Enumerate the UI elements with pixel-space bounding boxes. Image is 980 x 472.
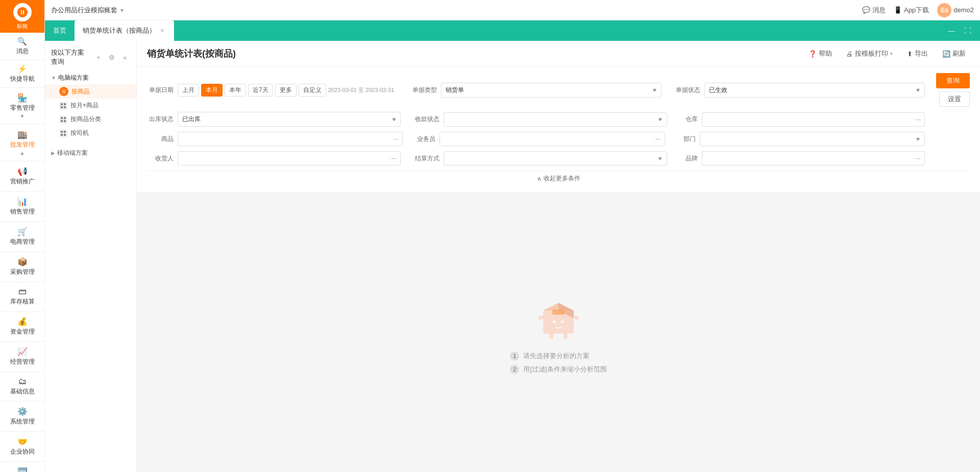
svg-point-17 <box>561 320 564 323</box>
doc-type-label: 单据类型 <box>402 86 437 95</box>
tab-home[interactable]: 首页 <box>45 20 75 41</box>
salesperson-input[interactable]: ··· <box>439 132 665 146</box>
action-buttons: 查询 设置 <box>929 73 970 107</box>
sidebar-item-wholesale[interactable]: 🏬 批发管理 ▲ <box>0 125 44 161</box>
empty-tip-1-text: 请先选择要分析的方案 <box>523 351 590 361</box>
payment-method-select[interactable]: ▼ <box>444 151 667 166</box>
scheme-icon-product: 按 <box>59 87 68 96</box>
title-dropdown-icon[interactable]: ▾ <box>120 7 124 14</box>
date-week-btn[interactable]: 近7天 <box>248 84 273 97</box>
system-label: 系统管理 <box>10 417 35 426</box>
sidebar-item-retail[interactable]: 🏪 零售管理 ▼ <box>0 88 44 125</box>
sidebar-item-sales[interactable]: 📊 销售管理 <box>0 192 44 222</box>
tab-home-label: 首页 <box>53 26 66 35</box>
doc-status-select[interactable]: 已生效 ▼ <box>704 83 925 98</box>
mobile-scheme-group: ▶ 移动端方案 <box>45 144 136 162</box>
finance-icon: 💰 <box>17 317 28 326</box>
finance-label: 资金管理 <box>10 327 35 336</box>
sidebar-shortcut[interactable]: ⚡ 快捷导航 <box>0 60 44 88</box>
sidebar-item-operation[interactable]: 📈 经营管理 <box>0 342 44 372</box>
svg-rect-2 <box>61 106 63 108</box>
sidebar-item-finance[interactable]: 💰 资金管理 <box>0 312 44 342</box>
scheme-item-by-month[interactable]: 按月+商品 <box>45 99 136 112</box>
collapse-label: 收起更多条件 <box>544 174 580 183</box>
sidebar-item-inventory[interactable]: 🗃 库存核算 <box>0 282 44 312</box>
doc-type-select[interactable]: 销货单 ▼ <box>441 83 662 98</box>
export-label: 导出 <box>915 49 928 58</box>
ecommerce-icon: 🛒 <box>17 227 28 237</box>
svg-rect-15 <box>552 310 565 315</box>
product-dots: ··· <box>391 135 398 143</box>
sidebar-item-system[interactable]: ⚙️ 系统管理 <box>0 402 44 432</box>
print-icon: 🖨 <box>846 50 853 58</box>
print-btn[interactable]: 🖨 按模板打印 ▾ <box>842 47 897 60</box>
sidebar-item-purchase[interactable]: 📦 采购管理 <box>0 252 44 282</box>
user-info[interactable]: Ea demo2 <box>937 3 974 17</box>
dept-arrow: ▼ <box>915 136 920 142</box>
collapse-panel-btn[interactable]: « <box>120 52 130 62</box>
brand-input[interactable]: ··· <box>702 151 925 166</box>
tab-close-icon[interactable]: × <box>159 27 166 34</box>
desktop-group-title[interactable]: ▼ 电脑端方案 <box>45 72 136 84</box>
sidebar-item-basics[interactable]: 🗂 基础信息 <box>0 372 44 402</box>
date-range-text: 2023-03-01 至 2023-03-31 <box>328 86 395 94</box>
export-btn[interactable]: ⬆ 导出 <box>903 47 932 60</box>
scheme-item-by-product[interactable]: 按 按商品 <box>45 84 136 99</box>
scheme-label-category: 按商品分类 <box>70 115 101 124</box>
date-more-btn[interactable]: 更多 <box>275 84 297 97</box>
tabbar-actions: — ⛶ <box>945 25 980 37</box>
scheme-item-by-sku[interactable]: 按司机 <box>45 126 136 140</box>
sidebar-item-newuser[interactable]: 🆕 新手引导 <box>0 462 44 472</box>
date-custom-btn[interactable]: 自定义 <box>299 84 326 97</box>
sidebar-item-ecommerce[interactable]: 🛒 电商管理 <box>0 222 44 252</box>
sidebar-item-enterprise[interactable]: 🤝 企业协同 <box>0 432 44 462</box>
page-header: 销货单统计表(按商品) ❓ 帮助 🖨 按模板打印 ▾ ⬆ <box>137 41 980 67</box>
scheme-item-by-category[interactable]: 按商品分类 <box>45 112 136 126</box>
app-download-btn[interactable]: 📱 App下载 <box>894 6 929 15</box>
collapse-btn[interactable]: ∧ 收起更多条件 <box>147 171 970 186</box>
query-button[interactable]: 查询 <box>936 73 970 88</box>
tab-maximize-btn[interactable]: ⛶ <box>962 25 974 37</box>
retail-arrow: ▼ <box>20 113 25 119</box>
sales-label: 销售管理 <box>10 207 35 216</box>
product-input[interactable]: ··· <box>178 132 403 146</box>
enterprise-icon: 🤝 <box>17 437 28 446</box>
refresh-btn[interactable]: 🔄 刷新 <box>938 47 970 60</box>
date-curr-btn[interactable]: 本月 <box>201 84 223 97</box>
warehouse-input[interactable]: ··· <box>702 112 925 127</box>
empty-tip-2: 2 用[过滤]条件来缩小分析范围 <box>510 365 606 374</box>
sidebar-item-marketing[interactable]: 📢 营销推广 <box>0 161 44 192</box>
pay-status-select[interactable]: ▼ <box>444 112 667 127</box>
logo-text: 标账 <box>17 22 28 30</box>
warehouse-label: 仓库 <box>671 115 698 124</box>
print-label: 按模板打印 <box>855 49 888 58</box>
retail-icon: 🏪 <box>17 93 28 103</box>
date-year-btn[interactable]: 本年 <box>225 84 246 97</box>
pay-status-label: 收款状态 <box>405 115 439 124</box>
add-scheme-btn[interactable]: + <box>93 52 104 62</box>
tab-active[interactable]: 销货单统计表（按商品） × <box>75 20 174 41</box>
warehouse-wrapper: ··· <box>702 112 925 127</box>
svg-rect-1 <box>64 103 66 105</box>
tip-number-2: 2 <box>510 365 519 374</box>
scheme-icon-category <box>59 115 67 124</box>
svg-rect-10 <box>61 134 63 136</box>
message-btn[interactable]: 💬 消息 <box>862 6 886 15</box>
dept-select[interactable]: ▼ <box>700 132 925 146</box>
mobile-group-title[interactable]: ▶ 移动端方案 <box>45 146 136 160</box>
receiver-dots: ··· <box>389 155 396 162</box>
sidebar-search[interactable]: 🔍 消息 <box>0 33 44 60</box>
date-prev-btn[interactable]: 上月 <box>178 84 199 97</box>
settings-button[interactable]: 设置 <box>939 91 970 107</box>
company-title: 办公用品行业模拟账套 <box>51 6 117 15</box>
scheme-label-month: 按月+商品 <box>70 101 99 110</box>
topbar-right: 💬 消息 📱 App下载 Ea demo2 <box>862 3 974 17</box>
receiver-input[interactable]: ··· <box>178 151 401 166</box>
tab-minimize-btn[interactable]: — <box>945 25 958 37</box>
ecommerce-label: 电商管理 <box>10 238 35 246</box>
out-status-select[interactable]: 已出库 ▼ <box>178 112 401 127</box>
svg-rect-6 <box>61 120 63 122</box>
page-header-top: 销货单统计表(按商品) ❓ 帮助 🖨 按模板打印 ▾ ⬆ <box>147 47 970 60</box>
edit-scheme-btn[interactable]: ⚙ <box>107 52 117 62</box>
help-btn[interactable]: ❓ 帮助 <box>804 47 836 60</box>
